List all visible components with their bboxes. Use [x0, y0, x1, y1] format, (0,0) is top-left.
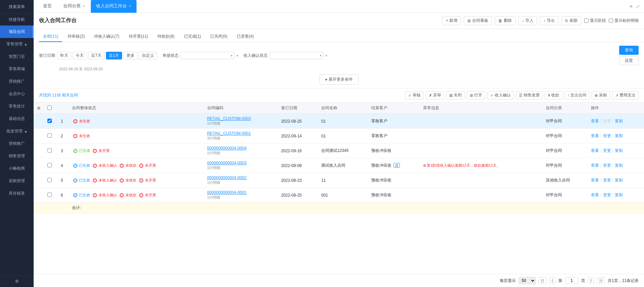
new-btn[interactable]: + 新增 [442, 16, 461, 25]
import-btn[interactable]: ↓ 导入 [518, 16, 537, 25]
date-btn-last7[interactable]: 近7天 [88, 52, 105, 59]
action-view[interactable]: 查看 [591, 148, 599, 154]
sidebar-item-batch-mgmt[interactable]: 批发管理 ▲ [0, 125, 34, 137]
action-copy[interactable]: 复制 [615, 118, 623, 124]
first-page-btn[interactable]: ⟨⟨ [538, 277, 546, 284]
toolbar-btn-income-confirm[interactable]: ✓收入确认 [487, 91, 514, 99]
toolbar-btn-open[interactable]: ⊞打开 [467, 91, 485, 99]
select-all-checkbox[interactable] [47, 106, 52, 110]
filter-tab-closed[interactable]: 已关闭(0) [206, 32, 231, 42]
next-page-btn[interactable]: ⟩ [588, 277, 594, 284]
action-view[interactable]: 查看 [591, 133, 599, 139]
toolbar-btn-abandon[interactable]: ✗弃审 [426, 91, 444, 99]
contract-board-btn[interactable]: ⊞ 合同看板 [464, 16, 492, 25]
action-copy[interactable]: 复制 [615, 177, 623, 183]
action-change[interactable]: 变更 [603, 163, 611, 168]
contract-code-link[interactable]: RETAIL_CUSTOM-0003 [207, 116, 251, 121]
show-segment-checkbox[interactable]: 显示阶段 [584, 18, 606, 24]
sidebar-search[interactable]: 搜索菜单 [0, 0, 34, 14]
income-confirm-select[interactable] [270, 52, 324, 59]
action-view[interactable]: 查看 [591, 192, 599, 198]
sidebar-item-members[interactable]: 会员中心 [0, 88, 34, 100]
date-btn-last1month[interactable]: 近1月 [106, 52, 122, 59]
prev-page-btn[interactable]: ⟨ [549, 277, 556, 284]
row-checkbox[interactable] [47, 119, 52, 123]
sidebar-item-marketing[interactable]: 营销推广 [0, 75, 34, 88]
row-checkbox[interactable] [47, 133, 52, 138]
settings-btn[interactable]: 设置 [619, 56, 639, 65]
row-checkbox[interactable] [47, 193, 52, 197]
query-btn[interactable]: 查询 [619, 46, 639, 55]
sidebar-settings[interactable]: ⚙ [0, 275, 34, 287]
window-close-btn[interactable]: ✕ [629, 4, 633, 9]
action-change[interactable]: 变更 [603, 177, 611, 183]
toolbar-btn-sales-invoice[interactable]: ☰销售发票 [516, 91, 543, 99]
toolbar-btn-purchase[interactable]: ⊕采购 [592, 91, 610, 99]
action-change[interactable]: 变更 [603, 192, 611, 198]
action-copy[interactable]: 复制 [615, 148, 623, 154]
action-copy[interactable]: 复制 [615, 163, 623, 168]
date-btn-yesterday[interactable]: 昨天 [57, 52, 71, 59]
contract-code-link[interactable]: 0000000000004-0003 [207, 161, 247, 165]
col-operation: 操作 [588, 102, 644, 114]
action-change[interactable]: 变更 [603, 133, 611, 139]
action-view[interactable]: 查看 [591, 177, 599, 183]
filter-tab-pending-review[interactable]: 待审核(2) [64, 32, 89, 42]
contract-code-link[interactable]: 0000000000004-0001 [207, 190, 247, 195]
sidebar-item-retail-mall[interactable]: 零售商城 [0, 63, 34, 75]
contract-code-link[interactable]: 0000000000004-0002 [207, 175, 247, 180]
filter-tab-pending-invoice[interactable]: 待开票(11) [125, 32, 152, 42]
page-input[interactable] [565, 277, 578, 284]
sidebar-item-retail-mgmt[interactable]: 零售管理 ▲ [0, 38, 34, 50]
delete-btn[interactable]: 🗑 删除 [495, 16, 516, 25]
sidebar-item-inventory[interactable]: 库存核算 [0, 187, 34, 200]
sidebar-item-sales-mgmt[interactable]: 销售管理 [0, 150, 34, 162]
sidebar-item-ecommerce[interactable]: 小畅电商 [0, 162, 34, 175]
toolbar-btn-fee-out[interactable]: ↗费用支出 [612, 91, 639, 99]
sidebar-item-marketing2[interactable]: 营销推广 [0, 137, 34, 150]
refresh-btn[interactable]: ↻ 刷新 [561, 16, 581, 25]
tab-close-income-contract[interactable]: × [129, 4, 131, 8]
sidebar-item-smart-store[interactable]: 智慧门店 [0, 50, 34, 63]
doc-status-select[interactable] [181, 52, 234, 59]
sidebar-item-retail-stats[interactable]: 零售统计 [0, 100, 34, 113]
row-checkbox[interactable] [47, 148, 52, 153]
sidebar-item-purchase[interactable]: 采购管理 [0, 175, 34, 187]
expand-filters-btn[interactable]: ▾ 展开更多条件 [319, 74, 358, 85]
filter-tab-all[interactable]: 全部(11) [39, 32, 62, 42]
export-btn[interactable]: ↑ 导出 [540, 16, 559, 25]
filter-tab-completed[interactable]: 已完成(1) [180, 32, 205, 42]
action-view[interactable]: 查看 [591, 118, 599, 124]
show-detail-checkbox[interactable]: 显示标的明细 [609, 18, 639, 24]
tab-home[interactable]: 首页 [38, 0, 57, 13]
page-size-select[interactable]: 50 100 200 [519, 277, 536, 284]
col-setting[interactable]: ⚙ [34, 102, 44, 114]
last-page-btn[interactable]: ⟩⟩ [597, 277, 605, 284]
tab-contract-category[interactable]: 合同分类× [58, 0, 90, 13]
action-view[interactable]: 查看 [591, 163, 599, 168]
sidebar-quick-nav[interactable]: 快捷导航 [0, 14, 34, 26]
filter-tab-pending-payment[interactable]: 待收款(8) [153, 32, 179, 42]
toolbar-btn-close[interactable]: ⊠关闭 [446, 91, 465, 99]
date-btn-today[interactable]: 今天 [73, 52, 87, 59]
contract-code-link[interactable]: RETAIL_CUSTOM-0001 [207, 131, 251, 136]
tab-close-contract-category[interactable]: × [83, 4, 85, 8]
sidebar-item-project[interactable]: 项目合同 [0, 26, 34, 38]
toolbar-btn-expense-out[interactable]: ↑支出合同 [564, 91, 590, 99]
sidebar-item-basic-info[interactable]: 基础信息 [0, 113, 34, 125]
row-checkbox[interactable] [47, 163, 52, 167]
toolbar-btn-collect[interactable]: ¥收款 [545, 91, 562, 99]
date-btn-custom[interactable]: 自定义 [139, 52, 157, 59]
filter-tab-pending-confirm[interactable]: 待收入确认(7) [90, 32, 123, 42]
tab-income-contract[interactable]: 收入合同工作台× [91, 0, 136, 13]
date-btn-more[interactable]: 更多 [123, 52, 138, 59]
action-copy[interactable]: 复制 [615, 192, 623, 198]
row-checkbox[interactable] [47, 178, 52, 182]
contract-code-link[interactable]: 0000000000004-0004 [207, 146, 247, 151]
action-change[interactable]: 变更 [603, 148, 611, 154]
filter-tab-changed[interactable]: 已变更(4) [233, 32, 258, 42]
toolbar-btn-review[interactable]: ✓审核 [405, 91, 424, 99]
window-expand-btn[interactable]: ⤢ [636, 4, 640, 9]
action-copy[interactable]: 复制 [615, 133, 623, 139]
col-checkbox[interactable] [44, 102, 55, 114]
